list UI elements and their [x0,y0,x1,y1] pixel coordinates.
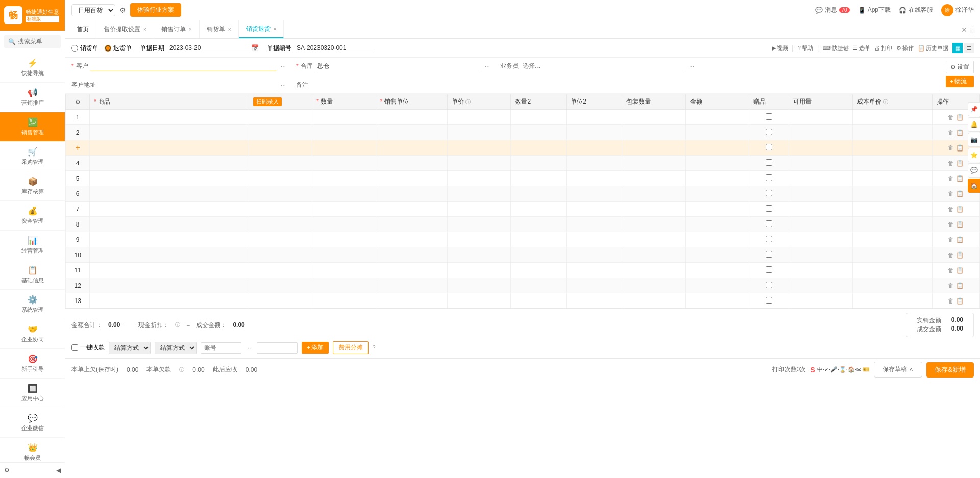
package-qty-cell-6[interactable] [622,186,686,202]
amount-cell-13[interactable] [685,293,749,309]
quantity2-cell-3[interactable] [511,140,567,156]
package-qty-cell-3[interactable] [622,140,686,156]
tab-sales-return[interactable]: 销货退货 × [239,20,284,38]
right-panel-btn-1[interactable]: 📌 [968,102,980,116]
cost-price-cell-10[interactable] [852,247,932,263]
return-bill-input[interactable] [105,45,111,52]
sidebar-item-basic-info[interactable]: 📋 基础信息 [0,260,65,290]
delete-row-btn-3[interactable]: 🗑 [948,144,954,152]
product-cell-7[interactable] [90,202,249,217]
available-cell-8[interactable] [789,217,853,232]
gift-check-4[interactable] [766,159,772,166]
quantity2-cell-1[interactable] [511,110,567,125]
unit-price-cell-8[interactable] [447,217,511,232]
address-picker-btn[interactable]: ··· [281,82,286,89]
list-view-btn[interactable]: ☰ [964,43,974,53]
gift-cell-3[interactable] [749,140,789,156]
salesperson-picker-btn[interactable]: ··· [689,63,694,70]
unit2-cell-9[interactable] [567,232,622,247]
gift-check-3[interactable] [766,144,772,150]
date-input[interactable]: 2023-03-20 [166,43,249,53]
package-qty-cell-9[interactable] [622,232,686,247]
quantity-input-2[interactable] [316,129,372,136]
video-action[interactable]: ▶ 视频 [772,44,788,52]
message-btn[interactable]: 💬 消息 70 [815,6,850,14]
tab-menu-btn[interactable]: ▦ [969,26,976,34]
product-input-13[interactable] [94,297,244,305]
add-payment-btn[interactable]: + 添加 [302,342,329,354]
unit-price-cell-13[interactable] [447,293,511,309]
amount-cell-9[interactable] [685,232,749,247]
quantity-cell-5[interactable] [312,171,376,186]
search-menu-button[interactable]: 🔍 搜索菜单 [4,35,61,48]
cost-price-cell-2[interactable] [852,125,932,140]
product-input-2[interactable] [94,129,244,136]
tab-price-settings[interactable]: 售价提取设置 × [96,20,154,38]
quantity2-cell-10[interactable] [511,247,567,263]
sidebar-item-sys-mgmt[interactable]: ⚙️ 系统管理 [0,290,65,319]
quantity-cell-10[interactable] [312,247,376,263]
delete-row-btn-6[interactable]: 🗑 [948,190,954,197]
amount-cell-2[interactable] [685,125,749,140]
gift-cell-6[interactable] [749,186,789,202]
unit-price-cell-7[interactable] [447,202,511,217]
sales-unit-cell-13[interactable] [376,293,447,309]
sales-unit-cell-3[interactable] [376,140,447,156]
bill-no-input[interactable]: SA-20230320-001 [293,43,375,53]
sidebar-item-inventory[interactable]: 📦 库存核算 [0,171,65,201]
delete-row-btn-10[interactable]: 🗑 [948,251,954,259]
unit2-cell-6[interactable] [567,186,622,202]
save-new-btn[interactable]: 保存&新增 [926,362,974,378]
sales-unit-cell-11[interactable] [376,263,447,278]
product-cell-13[interactable] [90,293,249,309]
copy-row-btn-4[interactable]: 📋 [956,160,964,167]
product-cell-1[interactable] [90,110,249,125]
remark-input[interactable] [310,80,940,90]
gift-check-9[interactable] [766,236,772,242]
package-qty-cell-11[interactable] [622,263,686,278]
available-cell-3[interactable] [789,140,853,156]
right-panel-btn-4[interactable]: ⭐ [968,148,980,162]
sidebar-item-purchase-mgmt[interactable]: 🛒 采购管理 [0,142,65,171]
unit-price-cell-1[interactable] [447,110,511,125]
payment-method-select[interactable]: 结算方式 [109,342,151,354]
sales-unit-cell-10[interactable] [376,247,447,263]
sidebar-item-members[interactable]: 👑 畅会员 [0,438,65,462]
one-click-payment-check[interactable] [71,344,78,351]
quantity-input-1[interactable] [316,114,372,121]
gift-check-5[interactable] [766,174,772,181]
available-cell-7[interactable] [789,202,853,217]
save-draft-btn[interactable]: 保存草稿 ∧ [874,362,922,378]
delete-row-btn-12[interactable]: 🗑 [948,282,954,289]
table-settings-icon[interactable]: ⚙ [70,98,85,106]
product-cell-4[interactable] [90,156,249,171]
unit2-cell-7[interactable] [567,202,622,217]
quantity-input-11[interactable] [316,267,372,274]
package-qty-cell-4[interactable] [622,156,686,171]
account-input[interactable] [201,342,241,354]
quantity2-cell-12[interactable] [511,278,567,293]
quantity-cell-6[interactable] [312,186,376,202]
product-input-4[interactable] [94,160,244,167]
gift-check-13[interactable] [766,297,772,304]
product-input-7[interactable] [94,206,244,213]
quantity2-cell-11[interactable] [511,263,567,278]
address-input[interactable] [98,80,277,90]
quantity-input-5[interactable] [316,175,372,182]
product-input-11[interactable] [94,267,244,274]
product-input-3[interactable] [94,144,244,152]
quantity-cell-3[interactable] [312,140,376,156]
delete-row-btn-5[interactable]: 🗑 [948,175,954,182]
available-cell-9[interactable] [789,232,853,247]
sidebar-item-ops[interactable]: 📊 经营管理 [0,231,65,260]
calendar-icon[interactable]: 📅 [251,44,259,52]
amount-cell-3[interactable] [685,140,749,156]
product-input-1[interactable] [94,114,244,121]
quantity-cell-2[interactable] [312,125,376,140]
sales-unit-cell-5[interactable] [376,171,447,186]
copy-row-btn-1[interactable]: 📋 [956,114,964,121]
unit-price-cell-9[interactable] [447,232,511,247]
tab-close-all-btn[interactable]: ✕ [961,26,967,34]
amount-cell-12[interactable] [685,278,749,293]
header-gear-icon[interactable]: ⚙ [119,6,126,14]
